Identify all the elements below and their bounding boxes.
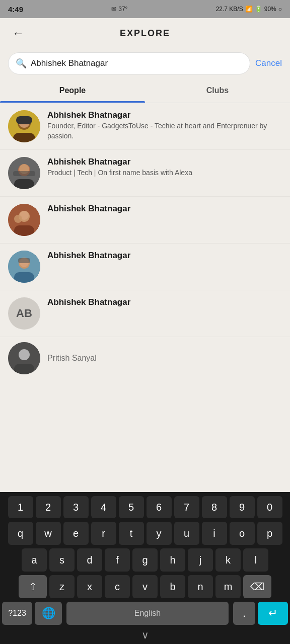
key-d[interactable]: d bbox=[77, 548, 102, 572]
key-5[interactable]: 5 bbox=[119, 496, 144, 518]
cancel-button[interactable]: Cancel bbox=[255, 58, 282, 68]
result-info: Abhishek Bhatnagar bbox=[47, 204, 282, 214]
symbols-key[interactable]: ?123 bbox=[2, 602, 32, 625]
result-info: Abhishek Bhatnagar bbox=[47, 297, 282, 307]
key-h[interactable]: h bbox=[160, 548, 185, 572]
key-o[interactable]: o bbox=[230, 522, 255, 545]
network-speed: 22.7 KB/S bbox=[216, 6, 243, 13]
result-info: Abhishek Bhatnagar bbox=[47, 251, 282, 261]
key-e[interactable]: e bbox=[63, 522, 89, 545]
key-3[interactable]: 3 bbox=[63, 496, 89, 518]
mail-icon: ✉ bbox=[111, 6, 116, 13]
key-c[interactable]: c bbox=[105, 575, 130, 598]
key-g[interactable]: g bbox=[132, 548, 158, 572]
key-u[interactable]: u bbox=[174, 522, 199, 545]
avatar: AB bbox=[8, 297, 40, 330]
globe-key[interactable]: 🌐 bbox=[35, 602, 62, 625]
period-key[interactable]: . bbox=[233, 602, 255, 625]
svg-rect-2 bbox=[13, 133, 35, 142]
svg-rect-17 bbox=[14, 272, 34, 283]
key-4[interactable]: 4 bbox=[91, 496, 116, 518]
key-q[interactable]: q bbox=[8, 522, 33, 545]
chevron-down-icon: ∨ bbox=[141, 629, 149, 641]
status-right: 22.7 KB/S 📶 🔋 90% ○ bbox=[216, 6, 282, 13]
tab-clubs[interactable]: Clubs bbox=[145, 78, 290, 103]
list-item[interactable]: Abhishek Bhatnagar Founder, Editor - Gad… bbox=[0, 103, 290, 150]
result-info: Abhishek Bhatnagar Founder, Editor - Gad… bbox=[47, 110, 282, 141]
svg-rect-22 bbox=[14, 364, 34, 374]
search-row: 🔍 Abhishek Bhatnagar Cancel bbox=[0, 48, 290, 78]
page-title: EXPLORE bbox=[120, 28, 170, 39]
backspace-key[interactable]: ⌫ bbox=[243, 575, 271, 598]
avatar bbox=[8, 157, 40, 189]
avatar bbox=[8, 251, 40, 283]
key-x[interactable]: x bbox=[77, 575, 102, 598]
key-2[interactable]: 2 bbox=[36, 496, 61, 518]
key-6[interactable]: 6 bbox=[147, 496, 172, 518]
key-t[interactable]: t bbox=[119, 522, 144, 545]
key-w[interactable]: w bbox=[36, 522, 61, 545]
list-item[interactable]: Abhishek Bhatnagar Product | Tech | On f… bbox=[0, 150, 290, 197]
key-a[interactable]: a bbox=[22, 548, 47, 572]
space-key[interactable]: English bbox=[66, 602, 229, 625]
key-j[interactable]: j bbox=[188, 548, 213, 572]
list-item[interactable]: AB Abhishek Bhatnagar bbox=[0, 290, 290, 337]
enter-key[interactable]: ↵ bbox=[258, 602, 288, 625]
result-name: Abhishek Bhatnagar bbox=[47, 204, 282, 214]
battery-icon: ○ bbox=[278, 6, 282, 13]
battery-pct: 90% bbox=[264, 6, 276, 13]
results-list: Abhishek Bhatnagar Founder, Editor - Gad… bbox=[0, 103, 290, 379]
key-row-qwerty: q w e r t y u i o p bbox=[2, 522, 288, 545]
header: ← EXPLORE bbox=[0, 18, 290, 48]
key-row-zxcv: ⇧ z x c v b n m ⌫ bbox=[2, 575, 288, 598]
key-i[interactable]: i bbox=[202, 522, 227, 545]
temp-display: 37° bbox=[118, 6, 127, 13]
svg-rect-7 bbox=[14, 179, 34, 189]
key-y[interactable]: y bbox=[147, 522, 172, 545]
status-time: 4:49 bbox=[8, 5, 23, 14]
carrier-icon: 📶 bbox=[245, 6, 253, 13]
signal-icon: 🔋 bbox=[255, 6, 262, 13]
avatar bbox=[8, 204, 40, 236]
status-bar: 4:49 ✉ 37° 22.7 KB/S 📶 🔋 90% ○ bbox=[0, 0, 290, 18]
back-button[interactable]: ← bbox=[8, 22, 28, 44]
list-item[interactable]: Abhishek Bhatnagar bbox=[0, 197, 290, 244]
keyboard: 1 2 3 4 5 6 7 8 9 0 q w e r t y u i o p … bbox=[0, 492, 290, 644]
result-name: Abhishek Bhatnagar bbox=[47, 251, 282, 261]
svg-point-21 bbox=[19, 349, 30, 360]
tab-people[interactable]: People bbox=[0, 78, 145, 103]
svg-rect-12 bbox=[14, 225, 34, 236]
key-7[interactable]: 7 bbox=[174, 496, 199, 518]
key-row-asdf: a s d f g h j k l bbox=[2, 548, 288, 572]
key-9[interactable]: 9 bbox=[230, 496, 255, 518]
shift-key[interactable]: ⇧ bbox=[19, 575, 47, 598]
key-r[interactable]: r bbox=[91, 522, 116, 545]
partial-result-name: Pritish Sanyal bbox=[47, 354, 282, 363]
svg-point-14 bbox=[14, 215, 22, 223]
key-0[interactable]: 0 bbox=[257, 496, 282, 518]
key-p[interactable]: p bbox=[257, 522, 282, 545]
search-input[interactable]: Abhishek Bhatnagar bbox=[31, 58, 243, 68]
avatar bbox=[8, 342, 40, 374]
key-s[interactable]: s bbox=[49, 548, 75, 572]
result-bio: Founder, Editor - GadgetsToUse - Techie … bbox=[47, 121, 282, 141]
key-n[interactable]: n bbox=[188, 575, 213, 598]
result-bio: Product | Tech | On first name basis wit… bbox=[47, 168, 282, 178]
key-v[interactable]: v bbox=[132, 575, 158, 598]
partial-list-item[interactable]: Pritish Sanyal bbox=[0, 337, 290, 379]
svg-rect-19 bbox=[18, 258, 30, 263]
svg-rect-9 bbox=[13, 171, 35, 176]
key-z[interactable]: z bbox=[49, 575, 75, 598]
key-8[interactable]: 8 bbox=[202, 496, 227, 518]
search-box[interactable]: 🔍 Abhishek Bhatnagar bbox=[8, 52, 250, 74]
key-l[interactable]: l bbox=[243, 548, 268, 572]
key-1[interactable]: 1 bbox=[8, 496, 33, 518]
search-icon: 🔍 bbox=[16, 58, 27, 69]
key-f[interactable]: f bbox=[105, 548, 130, 572]
key-b[interactable]: b bbox=[160, 575, 185, 598]
key-m[interactable]: m bbox=[215, 575, 241, 598]
tabs-row: People Clubs bbox=[0, 78, 290, 103]
key-k[interactable]: k bbox=[215, 548, 241, 572]
keyboard-chevron[interactable]: ∨ bbox=[2, 627, 288, 642]
list-item[interactable]: Abhishek Bhatnagar bbox=[0, 244, 290, 290]
